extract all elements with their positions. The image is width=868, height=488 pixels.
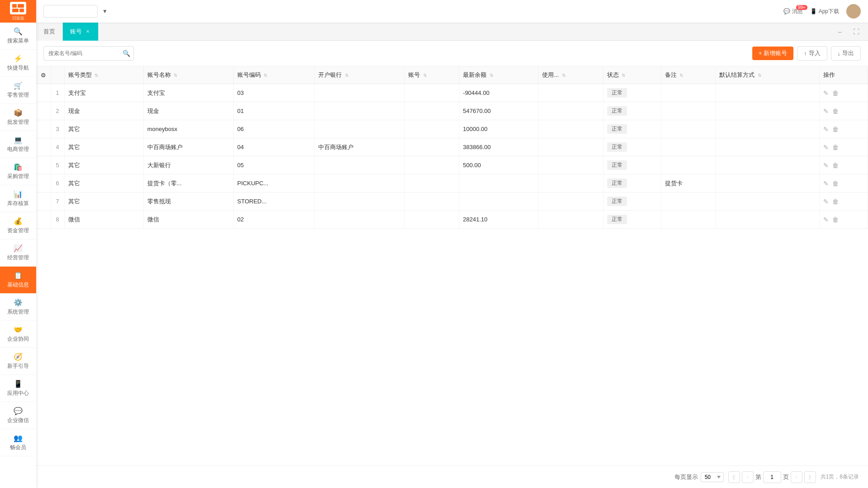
delete-icon-4[interactable]: 🗑	[832, 162, 839, 169]
status-badge-4: 正常	[607, 160, 627, 170]
row-action-6: ✎ 🗑	[820, 192, 868, 211]
add-account-button[interactable]: + 新增账号	[752, 47, 793, 60]
row-usage-3	[538, 138, 603, 156]
row-gear-1	[36, 102, 51, 120]
export-button[interactable]: ↓ 导出	[831, 46, 861, 61]
logo-icon	[10, 2, 26, 14]
sidebar-item-app-center[interactable]: 📱应用中心	[0, 375, 36, 402]
tab-maximize-button[interactable]: ⛶	[850, 25, 863, 38]
th-settlement[interactable]: 默认结算方式 ⇅	[716, 66, 820, 84]
gear-icon: ⚙	[41, 72, 46, 79]
tab-home[interactable]: 首页	[36, 23, 63, 41]
tab-minimize-button[interactable]: –	[834, 25, 846, 38]
th-balance[interactable]: 最新余额 ⇅	[459, 66, 538, 84]
row-name-7: 微信	[143, 211, 233, 229]
sidebar-item-system[interactable]: ⚙️系统管理	[0, 294, 36, 321]
download-label: App下载	[819, 8, 839, 15]
sidebar-item-wholesale[interactable]: 📦批发管理	[0, 104, 36, 131]
sidebar-icon-retail: 🛒	[14, 81, 23, 90]
sidebar-label-quick-nav: 快捷导航	[7, 64, 29, 72]
row-bank-4	[315, 156, 405, 174]
row-action-2: ✎ 🗑	[820, 120, 868, 138]
edit-icon-3[interactable]: ✎	[823, 144, 829, 151]
delete-icon-6[interactable]: 🗑	[832, 198, 839, 205]
page-next-button[interactable]: ›	[791, 471, 802, 483]
sidebar-label-basic-info: 基础信息	[7, 281, 29, 289]
th-bank[interactable]: 开户银行 ⇅	[315, 66, 405, 84]
edit-icon-5[interactable]: ✎	[823, 180, 829, 187]
edit-icon-7[interactable]: ✎	[823, 216, 829, 223]
user-avatar[interactable]	[846, 4, 861, 19]
delete-icon-7[interactable]: 🗑	[832, 216, 839, 223]
topbar-dropdown[interactable]: ▼	[102, 8, 108, 14]
th-name[interactable]: 账号名称 ⇅	[143, 66, 233, 84]
export-label: 导出	[842, 49, 854, 57]
edit-icon-1[interactable]: ✎	[823, 108, 829, 115]
row-type-7: 微信	[64, 211, 143, 229]
row-type-5: 其它	[64, 174, 143, 192]
row-code-2: 06	[233, 120, 314, 138]
sidebar-item-search-menu[interactable]: 🔍搜索菜单	[0, 23, 36, 50]
sidebar-item-enterprise[interactable]: 🤝企业协同	[0, 321, 36, 348]
delete-icon-0[interactable]: 🗑	[832, 89, 839, 97]
sidebar-item-quick-nav[interactable]: ⚡快捷导航	[0, 50, 36, 77]
account-search-input[interactable]	[43, 46, 134, 61]
sidebar-item-finance[interactable]: 💰资金管理	[0, 212, 36, 239]
message-button[interactable]: 💬 消息 99+	[783, 8, 803, 15]
app-download-button[interactable]: 📱 App下载	[810, 8, 839, 15]
tabbar: 首页 账号 ✕ – ⛶	[36, 23, 868, 41]
row-account-3	[405, 138, 459, 156]
tab-account-close[interactable]: ✕	[85, 28, 91, 35]
sidebar-item-inventory[interactable]: 📊库存核算	[0, 185, 36, 212]
table-row: 5 其它 大新银行 05 500.00 正常 ✎ 🗑	[36, 156, 868, 174]
th-type[interactable]: 账号类型 ⇅	[64, 66, 143, 84]
row-action-5: ✎ 🗑	[820, 174, 868, 192]
sidebar-item-guide[interactable]: 🧭新手引导	[0, 348, 36, 375]
sidebar-item-retail[interactable]: 🛒零售管理	[0, 77, 36, 104]
topbar-search-input[interactable]	[43, 5, 98, 18]
th-account[interactable]: 账号 ⇅	[405, 66, 459, 84]
page-first-button[interactable]: ⟪	[728, 471, 740, 483]
chevron-down-icon: ▼	[102, 8, 108, 14]
delete-icon-5[interactable]: 🗑	[832, 180, 839, 187]
page-input[interactable]	[763, 471, 781, 483]
row-account-6	[405, 192, 459, 211]
row-balance-0: -90444.00	[459, 84, 538, 102]
edit-icon-2[interactable]: ✎	[823, 126, 829, 133]
tab-actions: – ⛶	[834, 25, 868, 38]
row-name-3: 中百商场账户	[143, 138, 233, 156]
sidebar-item-ecommerce[interactable]: 💻电商管理	[0, 131, 36, 158]
sidebar-item-member[interactable]: 👥畅会员	[0, 429, 36, 456]
sidebar-item-basic-info[interactable]: 📋基础信息	[0, 267, 36, 294]
import-button[interactable]: ↑ 导入	[797, 46, 827, 61]
row-action-3: ✎ 🗑	[820, 138, 868, 156]
edit-icon-6[interactable]: ✎	[823, 198, 829, 205]
tab-account[interactable]: 账号 ✕	[63, 23, 99, 41]
row-settlement-7	[716, 211, 820, 229]
sidebar-item-operations[interactable]: 📈经营管理	[0, 239, 36, 267]
edit-icon-0[interactable]: ✎	[823, 89, 829, 97]
account-table-wrap: ⚙ 账号类型 ⇅ 账号名称 ⇅ 账号编码 ⇅ 开户银行 ⇅ 账号 ⇅ 最新余额 …	[36, 66, 868, 465]
delete-icon-3[interactable]: 🗑	[832, 144, 839, 151]
th-remark[interactable]: 备注 ⇅	[661, 66, 716, 84]
search-wrap: 🔍	[43, 46, 134, 61]
th-status[interactable]: 状态 ⇅	[603, 66, 661, 84]
delete-icon-1[interactable]: 🗑	[832, 108, 839, 115]
row-num-4: 5	[51, 156, 64, 174]
page-last-button[interactable]: ⟫	[804, 471, 816, 483]
status-badge-7: 正常	[607, 215, 627, 224]
page-prev-button[interactable]: ‹	[742, 471, 754, 483]
row-action-7: ✎ 🗑	[820, 211, 868, 229]
page-size-select[interactable]: 50 100 200	[701, 472, 724, 482]
sidebar-icon-wholesale: 📦	[14, 108, 23, 117]
edit-icon-4[interactable]: ✎	[823, 162, 829, 169]
row-settlement-3	[716, 138, 820, 156]
sidebar-item-wechat[interactable]: 💬企业微信	[0, 402, 36, 429]
delete-icon-2[interactable]: 🗑	[832, 126, 839, 133]
th-code[interactable]: 账号编码 ⇅	[233, 66, 314, 84]
sidebar-label-retail: 零售管理	[7, 91, 29, 99]
th-usage[interactable]: 使用... ⇅	[538, 66, 603, 84]
row-gear-4	[36, 156, 51, 174]
sidebar-item-purchase[interactable]: 🛍️采购管理	[0, 158, 36, 185]
topbar: ▼ 💬 消息 99+ 📱 App下载	[36, 0, 868, 23]
